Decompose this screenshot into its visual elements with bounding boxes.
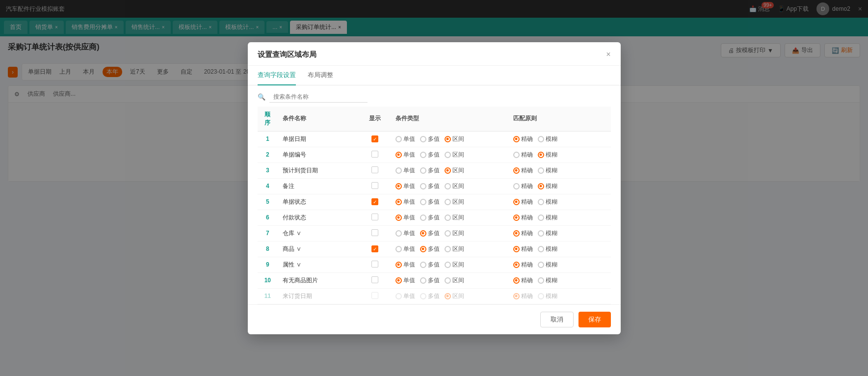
radio-type-item[interactable]: 多值 — [420, 245, 440, 253]
display-checkbox[interactable] — [371, 245, 378, 252]
cell-type[interactable]: 单值多值区间 — [391, 288, 508, 304]
radio-type-item[interactable]: 区间 — [445, 135, 464, 143]
cell-type[interactable]: 单值多值区间 — [391, 257, 508, 272]
display-checkbox[interactable] — [371, 229, 378, 236]
radio-match-item[interactable]: 精确 — [513, 214, 533, 222]
radio-match-item[interactable]: 精确 — [513, 261, 533, 269]
cell-match[interactable]: 精确模糊 — [508, 241, 611, 257]
radio-type-item[interactable]: 单值 — [395, 276, 415, 285]
radio-type-item[interactable]: 单值 — [395, 166, 415, 175]
radio-match-item[interactable]: 精确 — [513, 229, 533, 238]
cell-display[interactable] — [360, 272, 391, 288]
cell-type[interactable]: 单值多值区间 — [391, 178, 508, 194]
cell-type[interactable]: 单值多值区间 — [391, 210, 508, 225]
radio-match-item[interactable]: 精确 — [513, 151, 533, 159]
display-checkbox[interactable] — [371, 166, 378, 173]
cell-type[interactable]: 单值多值区间 — [391, 194, 508, 210]
cell-display[interactable] — [360, 147, 391, 162]
radio-type-item[interactable]: 多值 — [420, 166, 440, 175]
cell-display[interactable] — [360, 288, 391, 304]
cell-type[interactable]: 单值多值区间 — [391, 272, 508, 288]
cancel-button[interactable]: 取消 — [540, 312, 574, 327]
radio-type-item[interactable]: 单值 — [395, 151, 415, 159]
modal-search-input[interactable] — [269, 91, 368, 103]
display-checkbox[interactable] — [371, 276, 378, 283]
radio-type-item[interactable]: 多值 — [420, 151, 440, 159]
radio-type-item[interactable]: 区间 — [445, 214, 464, 222]
radio-type-item[interactable]: 多值 — [420, 229, 440, 238]
radio-match-item[interactable]: 精确 — [513, 182, 533, 190]
radio-type-item[interactable]: 多值 — [420, 276, 440, 285]
radio-type-item[interactable]: 区间 — [445, 261, 464, 269]
cell-display[interactable] — [360, 210, 391, 225]
modal-close-button[interactable]: × — [606, 50, 610, 59]
radio-match-item[interactable]: 模糊 — [538, 292, 557, 300]
radio-match-item[interactable]: 精确 — [513, 276, 533, 285]
cell-display[interactable] — [360, 194, 391, 210]
display-checkbox[interactable] — [371, 151, 378, 158]
radio-type-item[interactable]: 区间 — [445, 151, 464, 159]
radio-match-item[interactable]: 精确 — [513, 135, 533, 143]
cell-display[interactable] — [360, 257, 391, 272]
radio-match-item[interactable]: 精确 — [513, 245, 533, 253]
cell-display[interactable] — [360, 162, 391, 178]
radio-match-item[interactable]: 模糊 — [538, 166, 557, 175]
cell-type[interactable]: 单值多值区间 — [391, 131, 508, 147]
cell-match[interactable]: 精确模糊 — [508, 210, 611, 225]
radio-type-item[interactable]: 区间 — [445, 166, 464, 175]
radio-type-item[interactable]: 单值 — [395, 261, 415, 269]
radio-match-item[interactable]: 模糊 — [538, 276, 557, 285]
radio-type-item[interactable]: 单值 — [395, 229, 415, 238]
cell-match[interactable]: 精确模糊 — [508, 257, 611, 272]
radio-match-item[interactable]: 模糊 — [538, 182, 557, 190]
display-checkbox[interactable] — [371, 182, 378, 189]
radio-type-item[interactable]: 多值 — [420, 182, 440, 190]
cell-match[interactable]: 精确模糊 — [508, 162, 611, 178]
display-checkbox[interactable] — [371, 214, 378, 220]
radio-match-item[interactable]: 模糊 — [538, 214, 557, 222]
cell-match[interactable]: 精确模糊 — [508, 288, 611, 304]
cell-match[interactable]: 精确模糊 — [508, 178, 611, 194]
cell-display[interactable] — [360, 241, 391, 257]
radio-type-item[interactable]: 区间 — [445, 292, 464, 300]
radio-type-item[interactable]: 多值 — [420, 135, 440, 143]
cell-type[interactable]: 单值多值区间 — [391, 147, 508, 162]
display-checkbox[interactable] — [371, 198, 378, 205]
cell-display[interactable] — [360, 178, 391, 194]
radio-type-item[interactable]: 区间 — [445, 245, 464, 253]
cell-match[interactable]: 精确模糊 — [508, 194, 611, 210]
radio-type-item[interactable]: 区间 — [445, 198, 464, 206]
radio-type-item[interactable]: 单值 — [395, 214, 415, 222]
radio-type-item[interactable]: 多值 — [420, 214, 440, 222]
display-checkbox[interactable] — [371, 135, 378, 142]
radio-type-item[interactable]: 多值 — [420, 261, 440, 269]
radio-type-item[interactable]: 多值 — [420, 198, 440, 206]
radio-match-item[interactable]: 模糊 — [538, 135, 557, 143]
cell-match[interactable]: 精确模糊 — [508, 225, 611, 241]
cell-type[interactable]: 单值多值区间 — [391, 162, 508, 178]
radio-type-item[interactable]: 单值 — [395, 135, 415, 143]
radio-match-item[interactable]: 精确 — [513, 292, 533, 300]
radio-match-item[interactable]: 模糊 — [538, 229, 557, 238]
radio-type-item[interactable]: 区间 — [445, 182, 464, 190]
tab-query-fields[interactable]: 查询字段设置 — [258, 66, 296, 85]
radio-match-item[interactable]: 模糊 — [538, 245, 557, 253]
display-checkbox[interactable] — [371, 292, 378, 299]
cell-match[interactable]: 精确模糊 — [508, 147, 611, 162]
cell-type[interactable]: 单值多值区间 — [391, 241, 508, 257]
radio-type-item[interactable]: 单值 — [395, 182, 415, 190]
radio-type-item[interactable]: 单值 — [395, 292, 415, 300]
radio-match-item[interactable]: 精确 — [513, 198, 533, 206]
radio-match-item[interactable]: 模糊 — [538, 198, 557, 206]
radio-match-item[interactable]: 模糊 — [538, 261, 557, 269]
display-checkbox[interactable] — [371, 261, 378, 268]
cell-display[interactable] — [360, 225, 391, 241]
radio-type-item[interactable]: 区间 — [445, 229, 464, 238]
tab-layout-adjust[interactable]: 布局调整 — [308, 66, 333, 85]
cell-type[interactable]: 单值多值区间 — [391, 225, 508, 241]
radio-type-item[interactable]: 单值 — [395, 198, 415, 206]
radio-type-item[interactable]: 单值 — [395, 245, 415, 253]
radio-type-item[interactable]: 多值 — [420, 292, 440, 300]
radio-match-item[interactable]: 模糊 — [538, 151, 557, 159]
cell-display[interactable] — [360, 131, 391, 147]
